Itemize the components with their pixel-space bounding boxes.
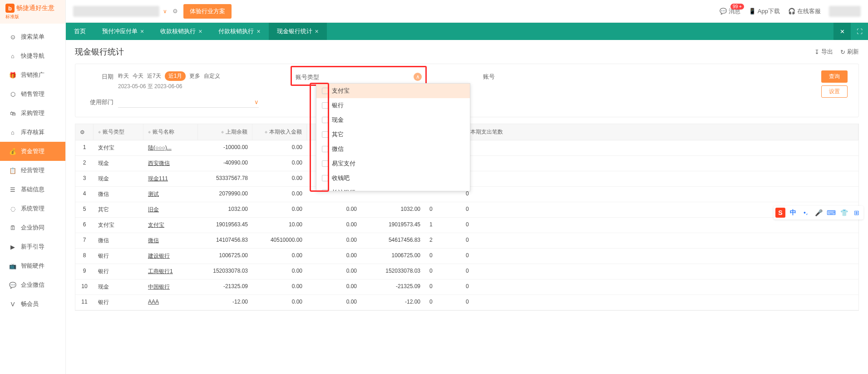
- checkbox[interactable]: [322, 146, 328, 152]
- company-dropdown-icon[interactable]: ∨: [163, 8, 167, 15]
- account-name-link[interactable]: 建设银行: [148, 253, 170, 259]
- dropdown-option[interactable]: 银行: [316, 98, 470, 113]
- checkbox[interactable]: [322, 88, 328, 94]
- dropdown-option[interactable]: 收钱吧: [316, 171, 470, 185]
- account-name-link[interactable]: 测试: [148, 191, 159, 197]
- settings-button[interactable]: 设置: [821, 85, 848, 98]
- export-button[interactable]: ↧导出: [814, 48, 833, 56]
- sidebar-item[interactable]: 🛍采购管理: [0, 104, 65, 123]
- logo[interactable]: b 畅捷通好生意 标准版: [0, 0, 65, 24]
- account-type-input[interactable]: [323, 72, 422, 83]
- checkbox[interactable]: [322, 160, 328, 167]
- account-name-link[interactable]: 支付宝: [148, 222, 164, 228]
- sidebar: b 畅捷通好生意 标准版 ⊙搜索菜单⌂快捷导航🎁营销推广⬡销售管理🛍采购管理⌂库…: [0, 0, 66, 374]
- tabs: 首页预付冲应付单×收款核销执行×付款核销执行×现金银行统计× ✕ ⛶: [66, 23, 868, 40]
- dropdown-option[interactable]: 现金: [316, 113, 470, 127]
- dropdown-option[interactable]: 其它: [316, 127, 470, 142]
- account-name-link[interactable]: 旧金: [148, 206, 159, 213]
- date-range: 2023-05-06 至 2023-06-06: [118, 83, 220, 90]
- sidebar-item[interactable]: ⌂库存核算: [0, 123, 65, 142]
- checkbox[interactable]: [322, 175, 328, 181]
- account-name-link[interactable]: AAA: [148, 299, 159, 305]
- tab[interactable]: 首页: [66, 23, 94, 40]
- sort-icon[interactable]: ◆: [265, 131, 267, 133]
- sidebar-item[interactable]: ⌂快捷导航: [0, 46, 65, 65]
- sogou-icon[interactable]: S: [775, 208, 785, 218]
- account-input[interactable]: [499, 71, 636, 82]
- account-name-link[interactable]: 微信: [148, 237, 159, 244]
- tab[interactable]: 收款核销执行×: [152, 23, 210, 40]
- gear-icon[interactable]: ⚙: [171, 6, 180, 16]
- tab[interactable]: 预付冲应付单×: [94, 23, 152, 40]
- search-button[interactable]: 查询: [821, 70, 848, 83]
- tab-close-icon[interactable]: ×: [198, 28, 202, 35]
- dropdown-option[interactable]: 微信: [316, 142, 470, 156]
- sidebar-item[interactable]: V畅会员: [0, 294, 65, 314]
- tab[interactable]: 付款核销执行×: [210, 23, 268, 40]
- date-chip[interactable]: 近1月: [165, 71, 186, 81]
- account-name-link[interactable]: 中国银行: [148, 284, 170, 290]
- account-name-link[interactable]: 陆(○○○)...: [148, 145, 172, 151]
- keyboard-icon[interactable]: ⌨: [826, 208, 836, 218]
- date-chip[interactable]: 昨天: [118, 72, 129, 80]
- date-chip[interactable]: 自定义: [204, 72, 220, 80]
- checkbox[interactable]: [322, 131, 328, 138]
- dropdown-option[interactable]: 支付宝: [316, 84, 470, 98]
- mic-icon[interactable]: 🎤: [814, 208, 824, 218]
- ime-punct-icon[interactable]: •،: [801, 208, 811, 218]
- tab-close-all-button[interactable]: ✕: [833, 23, 851, 40]
- date-chip[interactable]: 近7天: [147, 72, 161, 80]
- toolbox-icon[interactable]: ⊞: [852, 208, 862, 218]
- nav-icon: 🎁: [9, 71, 16, 79]
- sidebar-item[interactable]: 📋经营管理: [0, 161, 65, 180]
- sidebar-item[interactable]: ▶新手引导: [0, 237, 65, 256]
- date-chip[interactable]: 更多: [189, 72, 200, 80]
- account-name-link[interactable]: 西安微信: [148, 160, 170, 166]
- sidebar-item[interactable]: 💰资金管理: [0, 142, 65, 161]
- sidebar-item[interactable]: ☰基础信息: [0, 180, 65, 199]
- nav-label: 快捷导航: [21, 52, 44, 60]
- sort-icon[interactable]: ◆: [221, 131, 224, 133]
- user-avatar-blurred[interactable]: [829, 6, 861, 17]
- top-link[interactable]: 🎧在线客服: [788, 7, 821, 15]
- sidebar-item[interactable]: 💬企业微信: [0, 275, 65, 294]
- nav-icon: ⌂: [9, 129, 16, 136]
- clear-icon[interactable]: ∧: [414, 73, 422, 81]
- checkbox[interactable]: [322, 189, 328, 191]
- date-chip[interactable]: 今天: [133, 72, 143, 80]
- dept-select[interactable]: ∨: [118, 97, 259, 108]
- nav-label: 搜索菜单: [21, 33, 44, 41]
- sort-icon[interactable]: ◆: [98, 131, 101, 133]
- company-name-blurred[interactable]: [73, 6, 159, 17]
- ime-cn-icon[interactable]: 中: [788, 208, 798, 218]
- account-name-link[interactable]: 工商银行1: [148, 268, 173, 274]
- checkbox[interactable]: [322, 117, 328, 123]
- table-row: 9 银行 工商银行1 152033078.03 0.00 0.00 152033…: [75, 264, 858, 279]
- checkbox[interactable]: [322, 102, 328, 109]
- sort-icon[interactable]: ◆: [148, 131, 151, 133]
- sidebar-item[interactable]: 🎁营销推广: [0, 65, 65, 85]
- table-row: 6 支付宝 支付宝 19019563.45 10.00 0.00 1901957…: [75, 218, 858, 233]
- sidebar-item[interactable]: ⊙搜索菜单: [0, 27, 65, 46]
- try-solution-button[interactable]: 体验行业方案: [183, 4, 232, 19]
- sidebar-item[interactable]: 🗓企业协同: [0, 218, 65, 237]
- dropdown-option[interactable]: 易宝支付: [316, 156, 470, 171]
- tab-close-icon[interactable]: ×: [256, 28, 260, 35]
- top-link-icon: 🎧: [788, 8, 795, 15]
- sidebar-item[interactable]: 📺智能硬件: [0, 256, 65, 275]
- nav-label: 新手引导: [21, 243, 44, 251]
- tab[interactable]: 现金银行统计×: [269, 23, 327, 40]
- gear-column-icon[interactable]: ⚙: [75, 124, 94, 140]
- tab-close-icon[interactable]: ×: [140, 28, 144, 35]
- nav-label: 基础信息: [21, 185, 44, 194]
- sidebar-item[interactable]: ⬡销售管理: [0, 85, 65, 104]
- refresh-button[interactable]: ↻刷新: [840, 48, 859, 56]
- top-link[interactable]: 💬消息99 +: [720, 7, 740, 15]
- sidebar-item[interactable]: ◌系统管理: [0, 199, 65, 218]
- tab-close-icon[interactable]: ×: [315, 28, 319, 35]
- skin-icon[interactable]: 👕: [839, 208, 849, 218]
- dropdown-option[interactable]: 长沙银行: [316, 185, 470, 191]
- top-link[interactable]: 📱App下载: [749, 7, 780, 15]
- fullscreen-icon[interactable]: ⛶: [851, 23, 868, 40]
- account-name-link[interactable]: 现金111: [148, 175, 168, 182]
